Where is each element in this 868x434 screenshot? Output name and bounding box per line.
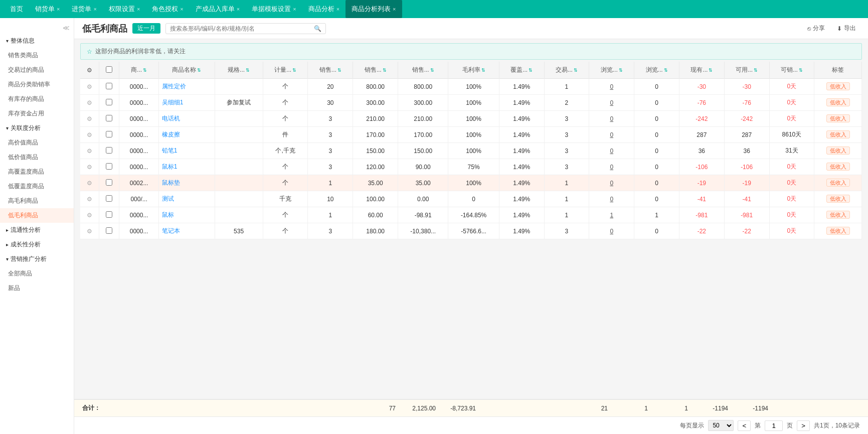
sort-icon[interactable]: ⇅ — [619, 68, 623, 73]
row-browse1[interactable]: 0 — [589, 95, 634, 111]
share-button[interactable]: ⎋ 分享 — [803, 22, 829, 35]
sidebar-item-traded-goods[interactable]: 交易过的商品 — [0, 63, 74, 77]
col-sale-amt[interactable]: 销售...⇅ — [353, 62, 398, 79]
row-settings[interactable]: ⚙ — [80, 223, 99, 239]
nav-home[interactable]: 首页 — [4, 0, 29, 18]
time-tag-button[interactable]: 近一月 — [132, 23, 160, 34]
sort-icon[interactable]: ⇅ — [143, 68, 147, 73]
sort-icon[interactable]: ⇅ — [337, 68, 341, 73]
row-checkbox[interactable] — [99, 159, 119, 175]
select-all-checkbox[interactable] — [106, 66, 112, 73]
sidebar-item-stocked-goods[interactable]: 有库存的商品 — [0, 92, 74, 106]
nav-sales[interactable]: 销货单 × — [29, 0, 66, 18]
sidebar-group-relevance[interactable]: ▾ 关联度分析 — [0, 121, 74, 135]
sort-icon[interactable]: ⇅ — [481, 68, 485, 73]
row-settings[interactable]: ⚙ — [80, 95, 99, 111]
row-name[interactable]: 鼠标 — [158, 207, 215, 223]
row-checkbox[interactable] — [99, 111, 119, 127]
row-browse1[interactable]: 0 — [589, 159, 634, 175]
close-icon[interactable]: × — [293, 6, 296, 12]
nav-role[interactable]: 角色授权 × — [146, 0, 189, 18]
row-name[interactable]: 属性定价 — [158, 79, 215, 95]
col-code[interactable]: 商...⇅ — [119, 62, 158, 79]
col-trade[interactable]: 交易...⇅ — [544, 62, 589, 79]
sort-icon[interactable]: ⇅ — [430, 68, 434, 73]
sidebar-group-overall[interactable]: ▾ 整体信息 — [0, 34, 74, 48]
sidebar-item-all-goods[interactable]: 全部商品 — [0, 266, 74, 281]
row-settings[interactable]: ⚙ — [80, 191, 99, 207]
nav-product-in[interactable]: 产成品入库单 × — [190, 0, 246, 18]
close-icon[interactable]: × — [180, 6, 183, 12]
col-tag[interactable]: 标签 — [814, 62, 862, 79]
row-browse1[interactable]: 0 — [589, 223, 634, 239]
sidebar-item-category-rate[interactable]: 商品分类助销率 — [0, 77, 74, 92]
row-name[interactable]: 铅笔1 — [158, 143, 215, 159]
col-available[interactable]: 可用...⇅ — [724, 62, 769, 79]
col-saleable[interactable]: 可销...⇅ — [769, 62, 814, 79]
sort-icon[interactable]: ⇅ — [754, 68, 758, 73]
row-checkbox[interactable] — [99, 95, 119, 111]
sort-icon[interactable]: ⇅ — [574, 68, 578, 73]
nav-goods-analysis[interactable]: 商品分析 × — [302, 0, 345, 18]
row-browse1[interactable]: 0 — [589, 175, 634, 191]
col-name[interactable]: 商品名称⇅ — [158, 62, 215, 79]
sort-icon[interactable]: ⇅ — [709, 68, 713, 73]
sort-icon[interactable]: ⇅ — [664, 68, 668, 73]
sidebar-group-marketing[interactable]: ▾ 营销推广分析 — [0, 252, 74, 266]
sidebar-item-low-coverage[interactable]: 低覆盖度商品 — [0, 179, 74, 194]
row-browse1[interactable]: 0 — [589, 79, 634, 95]
row-checkbox[interactable] — [99, 127, 119, 143]
row-name[interactable]: 电话机 — [158, 111, 215, 127]
row-name[interactable]: 鼠标1 — [158, 159, 215, 175]
next-page-button[interactable]: > — [797, 420, 810, 431]
sort-icon[interactable]: ⇅ — [529, 68, 533, 73]
export-button[interactable]: ⬇ 导出 — [833, 22, 860, 35]
close-icon[interactable]: × — [237, 6, 240, 12]
row-name[interactable]: 吴细细1 — [158, 95, 215, 111]
sidebar-group-growth[interactable]: ▸ 成长性分析 — [0, 237, 74, 252]
sort-icon[interactable]: ⇅ — [799, 68, 803, 73]
nav-goods-analysis-list[interactable]: 商品分析列表 × — [345, 0, 402, 18]
row-name[interactable]: 测试 — [158, 191, 215, 207]
sidebar-collapse-btn[interactable]: ≪ — [63, 24, 70, 32]
row-name[interactable]: 鼠标垫 — [158, 175, 215, 191]
row-settings[interactable]: ⚙ — [80, 79, 99, 95]
row-settings[interactable]: ⚙ — [80, 127, 99, 143]
sidebar-item-high-value[interactable]: 高价值商品 — [0, 135, 74, 150]
search-input[interactable] — [170, 25, 314, 32]
row-settings[interactable]: ⚙ — [80, 111, 99, 127]
sort-icon[interactable]: ⇅ — [197, 68, 201, 73]
close-icon[interactable]: × — [57, 6, 60, 12]
col-sale-qty[interactable]: 销售...⇅ — [308, 62, 353, 79]
nav-purchase[interactable]: 进货单 × — [66, 0, 102, 18]
sidebar-item-stock-capital[interactable]: 库存资金占用 — [0, 106, 74, 121]
row-browse1[interactable]: 0 — [589, 191, 634, 207]
row-checkbox[interactable] — [99, 79, 119, 95]
row-checkbox[interactable] — [99, 223, 119, 239]
row-checkbox[interactable] — [99, 207, 119, 223]
close-icon[interactable]: × — [137, 6, 140, 12]
row-name[interactable]: 橡皮擦 — [158, 127, 215, 143]
nav-permission[interactable]: 权限设置 × — [103, 0, 146, 18]
col-unit[interactable]: 计量...⇅ — [263, 62, 308, 79]
row-browse1[interactable]: 1 — [589, 207, 634, 223]
col-settings[interactable]: ⚙ — [80, 62, 99, 79]
col-gross-rate[interactable]: 毛利率⇅ — [448, 62, 499, 79]
row-browse1[interactable]: 0 — [589, 111, 634, 127]
sidebar-group-flow[interactable]: ▸ 流通性分析 — [0, 223, 74, 237]
row-browse1[interactable]: 0 — [589, 127, 634, 143]
col-current[interactable]: 现有...⇅ — [679, 62, 724, 79]
col-coverage[interactable]: 覆盖...⇅ — [499, 62, 544, 79]
sidebar-item-high-margin[interactable]: 高毛利商品 — [0, 194, 74, 208]
per-page-select[interactable]: 50 100 200 — [708, 420, 734, 431]
sidebar-item-low-value[interactable]: 低价值商品 — [0, 150, 74, 165]
row-settings[interactable]: ⚙ — [80, 175, 99, 191]
col-sale-profit[interactable]: 销售...⇅ — [398, 62, 448, 79]
close-icon[interactable]: × — [393, 6, 396, 12]
row-settings[interactable]: ⚙ — [80, 207, 99, 223]
search-icon[interactable]: 🔍 — [314, 25, 321, 32]
sort-icon[interactable]: ⇅ — [383, 68, 387, 73]
page-input[interactable] — [765, 420, 783, 431]
sort-icon[interactable]: ⇅ — [246, 68, 250, 73]
sidebar-item-low-margin[interactable]: 低毛利商品 — [0, 208, 74, 223]
